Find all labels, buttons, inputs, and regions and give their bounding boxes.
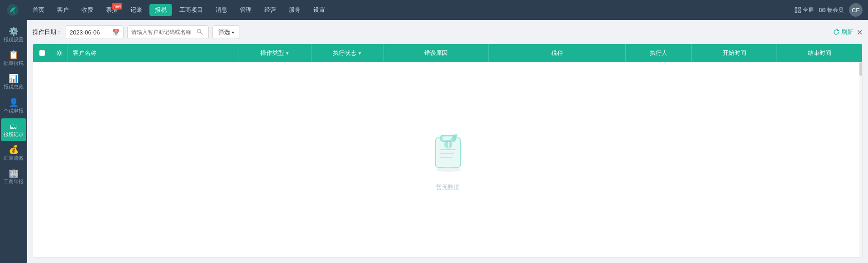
sidebar-label-batch-tax: 批量报税	[4, 60, 24, 66]
nav-invoice[interactable]: 票据 new	[101, 4, 123, 16]
empty-state: 暂无数据	[405, 110, 491, 209]
fullscreen-btn[interactable]: 全屏	[795, 6, 814, 14]
tax-overview-icon: 📊	[9, 74, 19, 83]
sidebar-item-tax-overview[interactable]: 📊 报税总览	[1, 71, 26, 93]
member-btn[interactable]: 畅会员	[819, 6, 844, 14]
table-header: 客户名称 操作类型 ▼ 执行状态 ▼ 错误原因 税种 执行人	[33, 44, 862, 62]
new-badge: new	[112, 3, 122, 10]
svg-rect-1	[795, 7, 797, 9]
nav-message[interactable]: 消息	[210, 4, 233, 16]
sidebar-label-tax-overview: 报税总览	[4, 84, 24, 90]
tax-settings-icon: ⚙️	[9, 27, 19, 35]
svg-rect-4	[799, 11, 801, 13]
main-layout: ⚙️ 报税设置 📋 批量报税 📊 报税总览 👤 个税申报 🗂 报税记录 💰 汇算…	[0, 20, 868, 263]
th-checkbox[interactable]	[33, 44, 51, 62]
scroll-indicator	[859, 62, 862, 257]
sidebar-item-tax-settings[interactable]: ⚙️ 报税设置	[1, 24, 26, 46]
sidebar: ⚙️ 报税设置 📋 批量报税 📊 报税总览 👤 个税申报 🗂 报税记录 💰 汇算…	[0, 20, 27, 263]
sidebar-item-tax-records[interactable]: 🗂 报税记录	[1, 118, 26, 141]
date-input-wrap[interactable]: 📅	[66, 25, 124, 39]
svg-rect-5	[820, 8, 825, 12]
nav-home[interactable]: 首页	[27, 4, 50, 16]
nav-bookkeeping[interactable]: 记账	[125, 4, 148, 16]
svg-line-7	[201, 32, 203, 34]
toolbar-right: 刷新 ✕	[833, 28, 863, 37]
th-end-time: 结束时间	[777, 44, 862, 62]
th-client-name: 客户名称	[67, 44, 239, 62]
date-input[interactable]	[70, 29, 110, 36]
calendar-icon: 📅	[112, 29, 120, 36]
search-input[interactable]	[131, 29, 195, 35]
filter-label: 筛选	[218, 28, 230, 36]
th-status[interactable]: 执行状态 ▼	[312, 44, 384, 62]
refresh-label: 刷新	[841, 28, 853, 36]
search-icon	[197, 29, 203, 36]
th-gear[interactable]	[51, 44, 67, 62]
top-nav: 首页 客户 收费 票据 new 记账 报税 工商项目 消息 管理 经营 服务 设…	[0, 0, 868, 20]
tax-records-icon: 🗂	[10, 122, 18, 130]
svg-rect-2	[799, 7, 801, 9]
annual-report-icon: 🏢	[9, 169, 19, 177]
toolbar: 操作日期： 📅 筛选 ▾ 刷新 ✕	[33, 25, 863, 39]
sidebar-item-personal-tax[interactable]: 👤 个税申报	[1, 95, 26, 117]
svg-rect-3	[795, 11, 797, 13]
sidebar-label-settlement: 汇算清缴	[4, 155, 24, 161]
sidebar-label-tax-settings: 报税设置	[4, 37, 24, 43]
nav-fee[interactable]: 收费	[76, 4, 99, 16]
sidebar-label-annual-report: 工商年报	[4, 179, 24, 185]
nav-right: 全屏 畅会员 CE	[795, 3, 863, 17]
chevron-down-icon: ▾	[232, 30, 234, 35]
select-all-checkbox[interactable]	[39, 50, 45, 56]
empty-text: 暂无数据	[436, 183, 460, 191]
nav-biz[interactable]: 工商项目	[174, 4, 208, 16]
sort-icon-op-type: ▼	[285, 51, 290, 56]
sort-icon-status: ▼	[358, 51, 362, 56]
sidebar-item-annual-report[interactable]: 🏢 工商年报	[1, 166, 26, 188]
close-button[interactable]: ✕	[857, 28, 863, 37]
th-error: 错误原因	[384, 44, 489, 62]
nav-settings[interactable]: 设置	[308, 4, 331, 16]
search-wrap[interactable]	[127, 25, 209, 39]
nav-service[interactable]: 服务	[283, 4, 306, 16]
nav-client[interactable]: 客户	[52, 4, 74, 16]
user-avatar[interactable]: CE	[849, 3, 863, 17]
sidebar-item-batch-tax[interactable]: 📋 批量报税	[1, 47, 26, 70]
th-op-type[interactable]: 操作类型 ▼	[239, 44, 312, 62]
sidebar-label-tax-records: 报税记录	[4, 132, 24, 137]
nav-tax[interactable]: 报税	[149, 4, 172, 16]
th-tax: 税种	[489, 44, 626, 62]
sidebar-label-personal-tax: 个税申报	[4, 108, 24, 114]
th-executor: 执行人	[626, 44, 692, 62]
settlement-icon: 💰	[9, 146, 19, 154]
nav-manage[interactable]: 管理	[235, 4, 257, 16]
table-container: 客户名称 操作类型 ▼ 执行状态 ▼ 错误原因 税种 执行人	[33, 44, 863, 258]
table-body: 暂无数据	[33, 62, 862, 257]
filter-button[interactable]: 筛选 ▾	[212, 25, 240, 39]
date-label: 操作日期：	[33, 28, 62, 36]
svg-point-21	[436, 167, 461, 172]
personal-tax-icon: 👤	[9, 98, 19, 107]
svg-point-17	[447, 147, 449, 148]
th-start-time: 开始时间	[692, 44, 777, 62]
content-area: 操作日期： 📅 筛选 ▾ 刷新 ✕	[27, 20, 868, 263]
batch-tax-icon: 📋	[9, 51, 19, 59]
nav-operation[interactable]: 经营	[259, 4, 282, 16]
svg-point-8	[58, 52, 60, 54]
refresh-button[interactable]: 刷新	[833, 28, 853, 36]
scroll-thumb[interactable]	[859, 62, 862, 76]
sidebar-item-settlement[interactable]: 💰 汇算清缴	[1, 142, 26, 165]
empty-illustration	[423, 128, 473, 178]
logo[interactable]	[5, 3, 20, 17]
nav-items: 首页 客户 收费 票据 new 记账 报税 工商项目 消息 管理 经营 服务 设…	[27, 4, 795, 16]
